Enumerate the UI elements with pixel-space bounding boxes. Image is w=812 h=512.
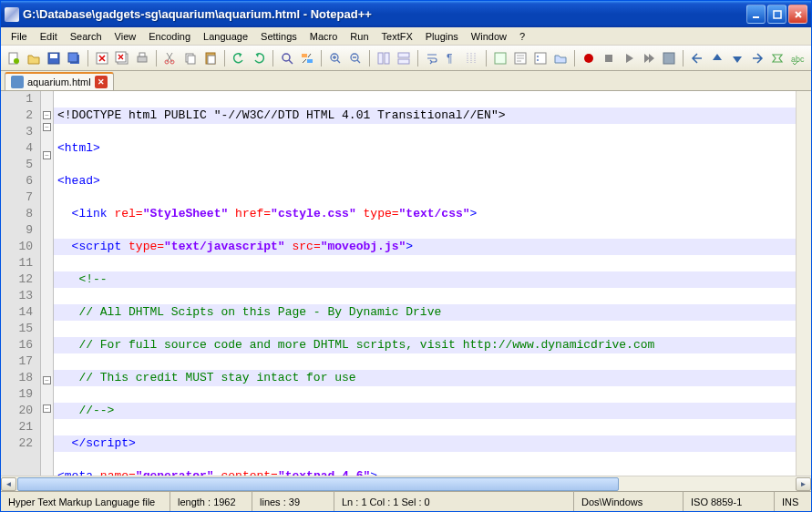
separator-icon xyxy=(321,50,322,67)
play-multi-icon[interactable] xyxy=(640,49,658,67)
tab-aquarium[interactable]: aquarium.html ✕ xyxy=(5,72,114,90)
folder-panel-icon[interactable] xyxy=(551,49,570,67)
separator-icon xyxy=(574,50,575,67)
application-window: G:\Database\gadgets-sg\aquarium\aquarium… xyxy=(0,0,812,512)
statusbar: Hyper Text Markup Language file length :… xyxy=(1,491,811,511)
menu-search[interactable]: Search xyxy=(64,29,108,44)
svg-rect-11 xyxy=(138,56,147,62)
line-number: 16 xyxy=(1,337,33,353)
separator-icon xyxy=(224,50,225,67)
stop-macro-icon[interactable] xyxy=(600,49,618,67)
play-macro-icon[interactable] xyxy=(620,49,638,67)
menu-help[interactable]: ? xyxy=(513,29,531,44)
tab-close-icon[interactable]: ✕ xyxy=(95,76,108,88)
menu-file[interactable]: File xyxy=(5,29,34,44)
fold-toggle-icon[interactable]: − xyxy=(43,376,51,384)
line-number: 1 xyxy=(1,91,33,108)
svg-rect-21 xyxy=(307,59,313,63)
svg-point-19 xyxy=(283,54,290,61)
svg-point-34 xyxy=(584,54,593,63)
line-number: 13 xyxy=(1,288,33,304)
scroll-right-icon[interactable]: ► xyxy=(796,477,811,491)
menu-plugins[interactable]: Plugins xyxy=(419,29,465,44)
status-position: Ln : 1 Col : 1 Sel : 0 xyxy=(334,492,574,511)
minimize-button[interactable] xyxy=(746,5,766,24)
toolbar: ¶ abc xyxy=(1,46,811,71)
horizontal-scrollbar[interactable]: ◄ ► xyxy=(1,476,811,491)
cut-icon[interactable] xyxy=(161,49,180,67)
record-macro-icon[interactable] xyxy=(580,49,598,67)
replace-icon[interactable] xyxy=(298,49,316,67)
svg-rect-20 xyxy=(302,54,307,57)
func-list-icon[interactable] xyxy=(531,49,550,67)
svg-rect-12 xyxy=(139,53,145,56)
code-area[interactable]: <!DOCTYPE html PUBLIC "-//W3C//DTD HTML … xyxy=(54,91,796,476)
save-macro-icon[interactable] xyxy=(660,49,678,67)
save-icon[interactable] xyxy=(45,49,63,67)
all-chars-icon[interactable]: ¶ xyxy=(443,49,461,67)
menu-run[interactable]: Run xyxy=(344,29,375,44)
open-file-icon[interactable] xyxy=(25,49,43,67)
svg-point-33 xyxy=(537,59,539,61)
scroll-thumb[interactable] xyxy=(17,477,619,491)
vertical-scrollbar[interactable] xyxy=(796,91,811,476)
new-file-icon[interactable] xyxy=(5,49,23,67)
menu-settings[interactable]: Settings xyxy=(254,29,303,44)
line-number: 14 xyxy=(1,304,33,321)
menu-language[interactable]: Language xyxy=(197,29,254,44)
tab-label: aquarium.html xyxy=(27,77,91,87)
separator-icon xyxy=(272,50,273,67)
doc-map-icon[interactable] xyxy=(511,49,529,67)
tb-extra4-icon[interactable] xyxy=(748,49,766,67)
sync-v-icon[interactable] xyxy=(375,49,393,67)
copy-icon[interactable] xyxy=(181,49,200,67)
maximize-button[interactable] xyxy=(767,5,786,24)
undo-icon[interactable] xyxy=(230,49,248,67)
paste-icon[interactable] xyxy=(201,49,220,67)
wrap-icon[interactable] xyxy=(423,49,441,67)
titlebar[interactable]: G:\Database\gadgets-sg\aquarium\aquarium… xyxy=(1,1,811,27)
close-all-icon[interactable] xyxy=(113,49,131,67)
line-number: 9 xyxy=(1,222,33,239)
indent-guide-icon[interactable] xyxy=(463,49,481,67)
svg-rect-35 xyxy=(605,55,612,62)
fold-toggle-icon[interactable]: − xyxy=(43,111,51,119)
zoom-out-icon[interactable] xyxy=(346,49,365,67)
tb-extra6-icon[interactable]: abc xyxy=(788,49,807,67)
close-file-icon[interactable] xyxy=(93,49,111,67)
tabbar: aquarium.html ✕ xyxy=(1,71,811,91)
fold-toggle-icon[interactable]: − xyxy=(43,404,51,413)
svg-rect-0 xyxy=(753,16,759,18)
menu-encoding[interactable]: Encoding xyxy=(142,29,197,44)
svg-rect-31 xyxy=(535,53,546,64)
menubar: File Edit Search View Encoding Language … xyxy=(1,27,811,46)
menu-view[interactable]: View xyxy=(108,29,143,44)
fold-toggle-icon[interactable]: − xyxy=(43,151,51,159)
app-icon xyxy=(5,7,19,22)
line-number: 2 xyxy=(1,108,33,124)
lang-user-icon[interactable] xyxy=(491,49,509,67)
menu-textfx[interactable]: TextFX xyxy=(375,29,419,44)
status-encoding: ISO 8859-1 xyxy=(684,492,775,511)
svg-text:¶: ¶ xyxy=(447,52,452,65)
close-button[interactable] xyxy=(788,5,807,24)
print-icon[interactable] xyxy=(133,49,151,67)
tb-extra5-icon[interactable] xyxy=(768,49,786,67)
svg-rect-7 xyxy=(68,53,77,62)
tb-extra2-icon[interactable] xyxy=(708,49,726,67)
menu-window[interactable]: Window xyxy=(465,29,513,44)
tb-extra1-icon[interactable] xyxy=(688,49,706,67)
menu-edit[interactable]: Edit xyxy=(34,29,64,44)
sync-h-icon[interactable] xyxy=(395,49,413,67)
redo-icon[interactable] xyxy=(250,49,268,67)
save-all-icon[interactable] xyxy=(65,49,83,67)
zoom-in-icon[interactable] xyxy=(326,49,344,67)
menu-macro[interactable]: Macro xyxy=(303,29,344,44)
fold-toggle-icon[interactable]: − xyxy=(43,123,51,131)
line-number: 19 xyxy=(1,386,33,403)
scroll-left-icon[interactable]: ◄ xyxy=(1,477,16,491)
code-text: // This credit MUST stay intact for use xyxy=(57,371,356,384)
find-icon[interactable] xyxy=(278,49,296,67)
tb-extra3-icon[interactable] xyxy=(728,49,746,67)
svg-rect-25 xyxy=(385,53,389,64)
